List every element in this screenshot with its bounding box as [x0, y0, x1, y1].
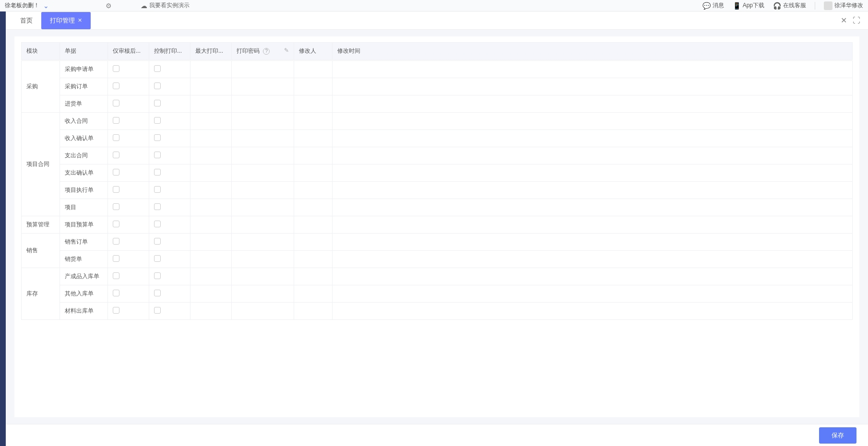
cell-modifier [294, 216, 333, 234]
cell-max-print [190, 113, 232, 130]
cell-modifier [294, 130, 333, 147]
table-row: 预算管理项目预算单 [22, 216, 853, 234]
th-print-password: 打印密码 ? ✎ [232, 43, 294, 60]
edit-icon[interactable]: ✎ [284, 47, 289, 54]
checkbox[interactable] [154, 255, 161, 262]
checkbox[interactable] [154, 290, 161, 296]
cell-max-print [190, 95, 232, 113]
checkbox[interactable] [154, 272, 161, 279]
cell-modifier [294, 78, 333, 95]
close-all-icon[interactable]: ✕ [841, 16, 847, 25]
cell-modify-time [333, 234, 853, 251]
checkbox[interactable] [154, 238, 161, 245]
checkbox[interactable] [113, 290, 119, 296]
online-service-link[interactable]: 🎧 在线客服 [773, 1, 806, 10]
messages-link[interactable]: 💬 消息 [702, 1, 724, 10]
cell-after-audit [108, 61, 149, 78]
app-download-link[interactable]: 📱 App下载 [733, 1, 764, 10]
checkbox[interactable] [113, 221, 119, 227]
divider [815, 2, 815, 10]
cell-modify-time [333, 113, 853, 130]
cell-bill: 采购订单 [60, 78, 108, 95]
save-button[interactable]: 保存 [819, 427, 856, 444]
cell-max-print [190, 303, 232, 320]
checkbox[interactable] [113, 152, 119, 158]
cell-modify-time [333, 182, 853, 199]
cell-max-print [190, 199, 232, 216]
fullscreen-icon[interactable]: ⛶ [853, 16, 860, 25]
cell-max-print [190, 147, 232, 164]
cell-bill: 项目 [60, 199, 108, 216]
checkbox[interactable] [154, 134, 161, 141]
cell-modify-time [333, 147, 853, 164]
cell-module: 项目合同 [22, 113, 60, 216]
checkbox[interactable] [154, 186, 161, 193]
table-body-scroll[interactable]: 采购采购申请单采购订单进货单项目合同收入合同收入确认单支出合同支出确认单项目执行… [21, 60, 853, 411]
cell-after-audit [108, 251, 149, 268]
demo-link[interactable]: ☁ 我要看实例演示 [141, 1, 190, 10]
checkbox[interactable] [154, 82, 161, 89]
cloud-icon: ☁ [141, 2, 147, 10]
checkbox[interactable] [154, 203, 161, 210]
phone-icon: 📱 [733, 2, 741, 10]
cell-modifier [294, 182, 333, 199]
gear-icon[interactable]: ⚙ [106, 2, 112, 10]
table-row: 销货单 [22, 251, 853, 268]
checkbox[interactable] [113, 134, 119, 141]
th-module: 模块 [22, 43, 60, 60]
cell-print-password [232, 182, 294, 199]
company-select[interactable]: 徐老板勿删！ ⌄ [5, 1, 101, 10]
checkbox[interactable] [113, 203, 119, 210]
checkbox[interactable] [113, 65, 119, 72]
cell-max-print [190, 268, 232, 285]
cell-modifier [294, 61, 333, 78]
checkbox[interactable] [113, 82, 119, 89]
cell-after-audit [108, 182, 149, 199]
cell-max-print [190, 234, 232, 251]
help-icon[interactable]: ? [263, 48, 270, 55]
checkbox[interactable] [154, 152, 161, 158]
print-settings-table-body: 采购采购申请单采购订单进货单项目合同收入合同收入确认单支出合同支出确认单项目执行… [21, 60, 853, 320]
cell-control-print [149, 61, 190, 78]
cell-modifier [294, 147, 333, 164]
checkbox[interactable] [113, 255, 119, 262]
footer: 保存 [6, 424, 868, 446]
cell-print-password [232, 303, 294, 320]
cell-module: 销售 [22, 234, 60, 268]
checkbox[interactable] [113, 100, 119, 106]
cell-print-password [232, 251, 294, 268]
cell-control-print [149, 113, 190, 130]
checkbox[interactable] [154, 65, 161, 72]
checkbox[interactable] [113, 117, 119, 124]
checkbox[interactable] [113, 169, 119, 176]
cell-print-password [232, 130, 294, 147]
tab-home-label: 首页 [20, 16, 33, 25]
cell-modify-time [333, 164, 853, 182]
checkbox[interactable] [113, 272, 119, 279]
cell-modify-time [333, 78, 853, 95]
user-menu[interactable]: 徐泽华修改 [824, 1, 863, 10]
tab-home[interactable]: 首页 [12, 12, 41, 29]
headset-icon: 🎧 [773, 2, 781, 10]
cell-modify-time [333, 95, 853, 113]
checkbox[interactable] [113, 186, 119, 193]
checkbox[interactable] [113, 238, 119, 245]
cell-modify-time [333, 130, 853, 147]
cell-after-audit [108, 164, 149, 182]
checkbox[interactable] [154, 169, 161, 176]
checkbox[interactable] [154, 307, 161, 314]
cell-after-audit [108, 78, 149, 95]
checkbox[interactable] [154, 117, 161, 124]
checkbox[interactable] [154, 221, 161, 227]
close-icon[interactable]: ✕ [78, 17, 82, 23]
cell-modify-time [333, 216, 853, 234]
cell-print-password [232, 268, 294, 285]
cell-modifier [294, 303, 333, 320]
checkbox[interactable] [154, 100, 161, 106]
cell-control-print [149, 182, 190, 199]
cell-modifier [294, 113, 333, 130]
cell-bill: 产成品入库单 [60, 268, 108, 285]
cell-module: 预算管理 [22, 216, 60, 234]
tab-print-mgmt[interactable]: 打印管理 ✕ [41, 12, 91, 29]
checkbox[interactable] [113, 307, 119, 314]
